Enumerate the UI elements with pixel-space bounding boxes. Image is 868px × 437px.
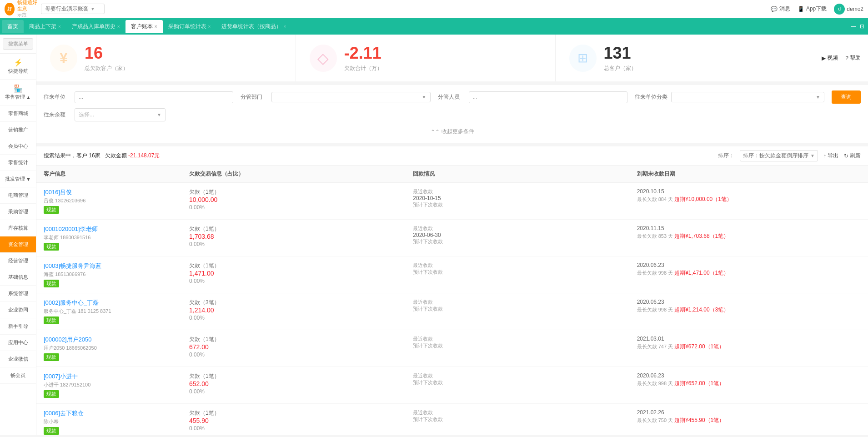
collection-cell: 最近收款 预计下次收款: [413, 409, 637, 423]
sidebar-item-retail-mall[interactable]: 零售商城: [0, 105, 36, 122]
tab-purchase-order[interactable]: 采购订单统计表 ×: [163, 20, 216, 33]
sidebar-item-operations[interactable]: 经营管理: [0, 253, 36, 269]
app-download-button[interactable]: 📱 App下载: [798, 5, 827, 13]
due-date-cell: 2021.03.01 最长欠款 747 天 超期¥672.00（1笔）: [637, 336, 861, 351]
dept-select[interactable]: ▼: [271, 92, 430, 102]
industry-selector[interactable]: 母婴行业演示账套 ▼: [41, 4, 105, 14]
overdue-link[interactable]: 超期¥1,214.00（3笔）: [674, 306, 729, 313]
sidebar-item-retail-stats[interactable]: 零售统计: [0, 155, 36, 171]
overdue-link[interactable]: 超期¥652.00（1笔）: [674, 380, 724, 387]
customer-name-link[interactable]: [0006]去下粮仓: [44, 409, 189, 417]
search-menu-button[interactable]: 搜索菜单: [3, 38, 33, 50]
customer-name-link[interactable]: [0007]小进干: [44, 372, 189, 381]
close-icon[interactable]: ×: [283, 24, 286, 29]
balance-label: 往来余额: [44, 111, 71, 119]
sidebar-item-vip-member[interactable]: 畅会员: [0, 367, 36, 384]
overdue-days: 最长欠款 747 天 超期¥672.00（1笔）: [637, 343, 861, 351]
sidebar-item-member-center[interactable]: 会员中心: [0, 138, 36, 155]
sidebar-item-purchase[interactable]: 采购管理: [0, 204, 36, 220]
sidebar-item-inventory[interactable]: 库存核算: [0, 220, 36, 236]
customer-info: 服务中心_丁磊 181 0125 8371: [44, 308, 189, 315]
table-row: [0003]畅捷服务尹海蓝 海蓝 18513066976 现款 欠款（1笔） 1…: [36, 256, 868, 293]
debt-percent: 0.00%: [189, 425, 413, 432]
customer-name-link[interactable]: [0002]服务中心_丁磊: [44, 299, 189, 307]
collection-cell: 最近收款 预计下次收款: [413, 372, 637, 386]
last-collection-date: 2020-06-30: [413, 232, 637, 238]
chevron-down-icon: ▼: [90, 6, 95, 11]
export-button[interactable]: ↑ 导出: [823, 152, 838, 160]
filter-unit-category: 往来单位分类 ▼: [635, 92, 824, 102]
window-maximize-icon[interactable]: ⊡: [860, 23, 864, 30]
window-minimize-icon[interactable]: —: [851, 23, 856, 30]
tab-product-list[interactable]: 商品上下架 ×: [24, 20, 66, 33]
sidebar-item-enterprise-wechat[interactable]: 企业微信: [0, 351, 36, 367]
tab-home[interactable]: 首页: [2, 20, 24, 33]
chevron-down-icon: ▼: [157, 112, 161, 117]
sidebar-item-basic-info[interactable]: 基础信息: [0, 269, 36, 286]
debt-desc: 欠款（3笔）: [189, 299, 413, 306]
overdue-link[interactable]: 超期¥672.00（1笔）: [674, 343, 724, 350]
user-profile[interactable]: d demo2: [834, 4, 863, 15]
next-collection-label: 预计下次收款: [413, 416, 637, 423]
collection-cell: 最近收款 预计下次收款: [413, 336, 637, 349]
help-button[interactable]: ? 帮助: [845, 54, 861, 62]
video-help-button[interactable]: ▶ 视频: [822, 54, 838, 62]
customer-name-link[interactable]: [0016]吕俊: [44, 188, 189, 196]
close-icon[interactable]: ×: [117, 24, 120, 29]
stat-card-debt-total: ◇ -2.11 欠款合计（万）: [296, 35, 556, 81]
customer-name-link[interactable]: [0003]畅捷服务尹海蓝: [44, 262, 189, 270]
sidebar-search-area: 搜索菜单: [0, 35, 36, 54]
debt-desc: 欠款（1笔）: [189, 225, 413, 233]
sidebar-item-ecommerce[interactable]: 电商管理: [0, 187, 36, 204]
overdue-link[interactable]: 超期¥1,471.00（1笔）: [674, 270, 729, 276]
sidebar-item-retail-management[interactable]: 🏪 零售管理 ▲: [0, 80, 36, 105]
overdue-link[interactable]: 超期¥455.90（1笔）: [674, 417, 724, 423]
sidebar-item-enterprise-collab[interactable]: 企业协同: [0, 302, 36, 318]
overdue-link[interactable]: 超期¥10,000.00（1笔）: [674, 196, 732, 202]
balance-select[interactable]: 选择... ▼: [75, 108, 166, 121]
close-icon[interactable]: ×: [208, 24, 211, 29]
overdue-link[interactable]: 超期¥1,703.68（1笔）: [674, 233, 729, 239]
table-row: [0007]小进干 小进干 18279152100 现款 欠款（1笔） 652.…: [36, 367, 868, 404]
refresh-button[interactable]: ↻ 刷新: [844, 152, 861, 160]
unit-category-select[interactable]: ▼: [671, 92, 824, 102]
sidebar-item-app-center[interactable]: 应用中心: [0, 335, 36, 351]
sidebar-item-quick-nav[interactable]: ⚡ 快捷导航: [0, 54, 36, 80]
sort-select[interactable]: 排序：按欠款金额倒序排序 ▼: [740, 150, 818, 161]
tab-purchase-stats[interactable]: 进货单统计表（按商品） ×: [216, 20, 291, 33]
due-date-cell: 2020.06.23 最长欠款 998 天 超期¥652.00（1笔）: [637, 372, 861, 387]
sidebar-item-finance[interactable]: 资金管理: [0, 236, 36, 253]
due-date: 2021.03.01: [637, 336, 861, 342]
from-unit-input[interactable]: ...: [75, 91, 233, 103]
customer-name-link[interactable]: [000002]用户2050: [44, 336, 189, 344]
customer-name-link[interactable]: [0001020001]李老师: [44, 225, 189, 233]
results-actions: 排序： 排序：按欠款金额倒序排序 ▼ ↑ 导出 ↻ 刷新: [718, 150, 861, 161]
debt-cell: 欠款（1笔） 652.00 0.00%: [189, 372, 413, 395]
debt-cell: 欠款（1笔） 1,471.00 0.00%: [189, 262, 413, 284]
debt-total-value: -2.11: [344, 44, 382, 63]
tab-product-history[interactable]: 产成品入库单历史 ×: [66, 20, 125, 33]
debt-desc: 欠款（1笔）: [189, 336, 413, 343]
debt-percent: 0.00%: [189, 315, 413, 321]
status-badge: 现款: [44, 427, 59, 435]
query-button[interactable]: 查询: [832, 90, 861, 104]
manager-input[interactable]: ...: [469, 91, 627, 103]
sidebar-item-system[interactable]: 系统管理: [0, 286, 36, 302]
customer-info: 海蓝 18513066976: [44, 271, 189, 278]
next-collection-label: 预计下次收款: [413, 269, 637, 276]
status-badge: 现款: [44, 316, 59, 324]
close-icon[interactable]: ×: [155, 24, 157, 29]
due-date-cell: 2020.06.23 最长欠款 998 天 超期¥1,214.00（3笔）: [637, 299, 861, 314]
last-collection-label: 最近收款: [413, 188, 637, 195]
debt-percent: 0.00%: [189, 388, 413, 395]
sidebar-item-new-guide[interactable]: 新手引导: [0, 318, 36, 335]
collapse-button[interactable]: ⌃⌃ 收起更多条件: [431, 128, 474, 136]
close-icon[interactable]: ×: [58, 24, 61, 29]
message-button[interactable]: 💬 消息: [771, 5, 790, 13]
chevron-icon: ▼: [26, 176, 31, 182]
sidebar-item-batch-management[interactable]: 批发管理 ▼: [0, 171, 36, 187]
table-row: [0016]吕俊 吕俊 13026203696 现款 欠款（1笔） 10,000…: [36, 183, 868, 220]
sidebar-item-marketing[interactable]: 营销推广: [0, 122, 36, 138]
total-customers-icon: ⊞: [569, 45, 597, 72]
tab-customer-account[interactable]: 客户账本 ×: [125, 20, 163, 33]
